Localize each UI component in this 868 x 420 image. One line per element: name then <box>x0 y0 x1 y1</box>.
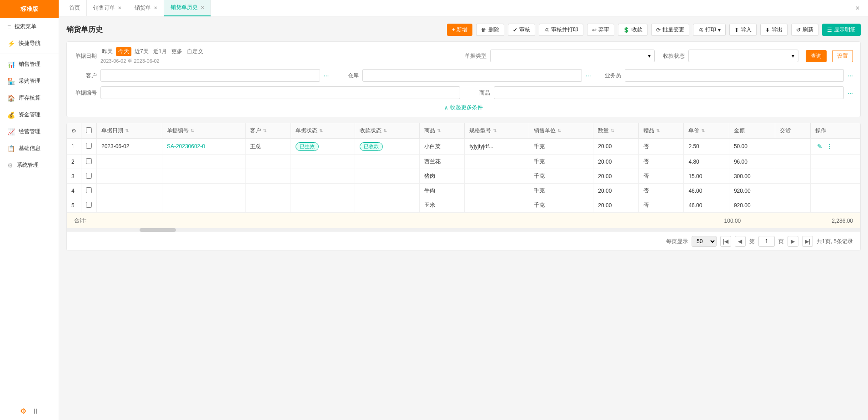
sidebar-item-system[interactable]: ⚙ 系统管理 <box>0 157 59 174</box>
cell-doc-status: 已生效 <box>291 139 355 155</box>
doc-no-label: 单据编号 <box>74 89 97 97</box>
tab-sales-delivery-close[interactable]: ✕ <box>154 5 157 10</box>
sidebar-item-ops[interactable]: 📈 经营管理 <box>0 123 59 140</box>
row-checkbox[interactable] <box>86 173 92 179</box>
batch-change-button[interactable]: ⟳ 批量变更 <box>651 24 689 36</box>
sort-gift-icon[interactable]: ⇅ <box>656 128 660 133</box>
table-row: 4 牛肉 千克 20.00 否 46.00 920.00 <box>67 184 860 198</box>
shortcut-1month[interactable]: 近1月 <box>152 47 169 56</box>
doc-type-select[interactable]: ▾ <box>490 50 655 62</box>
tab-close-all[interactable]: ✕ <box>851 5 864 11</box>
shortcut-more[interactable]: 更多 <box>170 47 184 56</box>
system-icon: ⚙ <box>7 162 13 169</box>
delete-icon: 🗑 <box>481 27 487 33</box>
horizontal-scrollbar[interactable] <box>67 228 860 232</box>
shortcut-custom[interactable]: 自定义 <box>186 47 205 56</box>
sort-doc-date-icon[interactable]: ⇅ <box>125 128 129 133</box>
warehouse-label: 仓库 <box>336 72 359 80</box>
more-action[interactable]: ⋮ <box>824 142 834 151</box>
tab-sales-order-close[interactable]: ✕ <box>118 5 121 10</box>
new-button[interactable]: + 新增 <box>447 24 472 36</box>
abandon-button[interactable]: ↩ 弃审 <box>587 24 614 36</box>
row-checkbox[interactable] <box>86 158 92 164</box>
tab-sales-delivery[interactable]: 销货单 ✕ <box>128 0 164 16</box>
next-page-btn[interactable]: ▶ <box>788 236 798 247</box>
display-detail-button[interactable]: ☰ 显示明细 <box>822 24 861 36</box>
cell-unit-price: 46.00 <box>684 184 729 198</box>
cell-collect-status <box>355 198 419 213</box>
sort-qty-icon[interactable]: ⇅ <box>611 128 614 133</box>
sort-doc-no-icon[interactable]: ⇅ <box>191 128 194 133</box>
sort-goods-icon[interactable]: ⇅ <box>437 128 441 133</box>
print-icon: 🖨 <box>698 27 703 33</box>
customer-dots[interactable]: ··· <box>324 72 329 79</box>
sidebar-item-purchase-label: 采购管理 <box>19 77 40 85</box>
sidebar-item-ops-label: 经营管理 <box>19 128 40 135</box>
delete-button[interactable]: 🗑 删除 <box>476 24 504 36</box>
shortcut-7days[interactable]: 近7天 <box>133 47 150 56</box>
review-print-button[interactable]: 🖨 审核并打印 <box>539 24 583 36</box>
table-row: 2 西兰花 千克 20.00 否 4.80 96.00 <box>67 155 860 169</box>
cell-customer: 王总 <box>246 139 291 155</box>
edit-action[interactable]: ✎ <box>815 142 824 151</box>
sort-unit-icon[interactable]: ⇅ <box>557 128 561 133</box>
page-size-select[interactable]: 50 100 200 <box>692 236 717 247</box>
query-button[interactable]: 查询 <box>806 50 827 62</box>
basic-icon: 📋 <box>7 145 15 152</box>
goods-dots[interactable]: ··· <box>848 89 853 96</box>
warehouse-dots[interactable]: ··· <box>586 72 591 79</box>
salesperson-input[interactable] <box>625 69 844 82</box>
sidebar-item-basic[interactable]: 📋 基础信息 <box>0 140 59 157</box>
import-button[interactable]: ⬆ 导入 <box>729 24 757 36</box>
ops-icon: 📈 <box>7 128 15 135</box>
sidebar-item-quick-nav[interactable]: ⚡ 快捷导航 <box>0 35 59 52</box>
col-gear[interactable]: ⚙ <box>67 123 81 139</box>
sidebar-item-finance[interactable]: 💰 资金管理 <box>0 106 59 123</box>
cell-doc-no <box>162 198 246 213</box>
search-menu-icon: ≡ <box>7 23 11 30</box>
sort-collect-status-icon[interactable]: ⇅ <box>383 128 387 133</box>
shortcut-yesterday[interactable]: 昨天 <box>100 47 114 56</box>
sidebar-item-sales[interactable]: 📊 销售管理 <box>0 56 59 73</box>
row-checkbox[interactable] <box>86 202 92 208</box>
sort-price-icon[interactable]: ⇅ <box>701 128 705 133</box>
sort-customer-icon[interactable]: ⇅ <box>263 128 266 133</box>
salesperson-dots[interactable]: ··· <box>848 72 853 79</box>
sidebar-item-search[interactable]: ≡ 搜索菜单 <box>0 18 59 35</box>
warehouse-input[interactable] <box>362 69 582 82</box>
settings-button[interactable]: 设置 <box>832 50 853 62</box>
row-checkbox[interactable] <box>86 143 92 149</box>
sidebar-item-purchase[interactable]: 🏪 采购管理 <box>0 73 59 90</box>
sort-doc-status-icon[interactable]: ⇅ <box>319 128 323 133</box>
tab-home[interactable]: 首页 <box>63 0 87 16</box>
last-page-btn[interactable]: ▶| <box>802 236 813 247</box>
tab-sales-order[interactable]: 销售订单 ✕ <box>87 0 128 16</box>
sidebar-bottom-pause-icon[interactable]: ⏸ <box>32 407 39 415</box>
first-page-btn[interactable]: |◀ <box>720 236 731 247</box>
collect-status-select[interactable]: ▾ <box>688 50 798 62</box>
customer-input[interactable] <box>100 69 320 82</box>
cell-doc-status <box>291 155 355 169</box>
page-number-input[interactable] <box>758 236 775 247</box>
row-checkbox[interactable] <box>86 187 92 193</box>
doc-no-input[interactable] <box>100 86 460 99</box>
cell-goods: 小白菜 <box>419 139 465 155</box>
cell-collect-status <box>355 155 419 169</box>
shortcut-today[interactable]: 今天 <box>116 47 131 56</box>
sidebar-item-inventory[interactable]: 🏠 库存核算 <box>0 90 59 106</box>
export-button[interactable]: ⬇ 导出 <box>760 24 788 36</box>
refresh-button[interactable]: ↺ 刷新 <box>791 24 818 36</box>
prev-page-btn[interactable]: ◀ <box>735 236 746 247</box>
review-button[interactable]: ✔ 审核 <box>508 24 535 36</box>
collect-button[interactable]: 💲 收款 <box>618 24 647 36</box>
select-all-checkbox[interactable] <box>86 127 92 133</box>
sort-spec-icon[interactable]: ⇅ <box>493 128 497 133</box>
scrollbar-thumb[interactable] <box>140 228 176 232</box>
tab-sales-history[interactable]: 销货单历史 ✕ <box>164 0 211 16</box>
goods-input[interactable] <box>494 86 844 99</box>
collapse-row[interactable]: ∧ 收起更多条件 <box>74 104 853 111</box>
tab-sales-history-close[interactable]: ✕ <box>201 5 204 10</box>
print-button[interactable]: 🖨 打印 ▾ <box>693 24 726 36</box>
warehouse-field: 仓库 ··· <box>336 69 591 82</box>
sidebar-bottom-settings-icon[interactable]: ⚙ <box>20 407 26 415</box>
